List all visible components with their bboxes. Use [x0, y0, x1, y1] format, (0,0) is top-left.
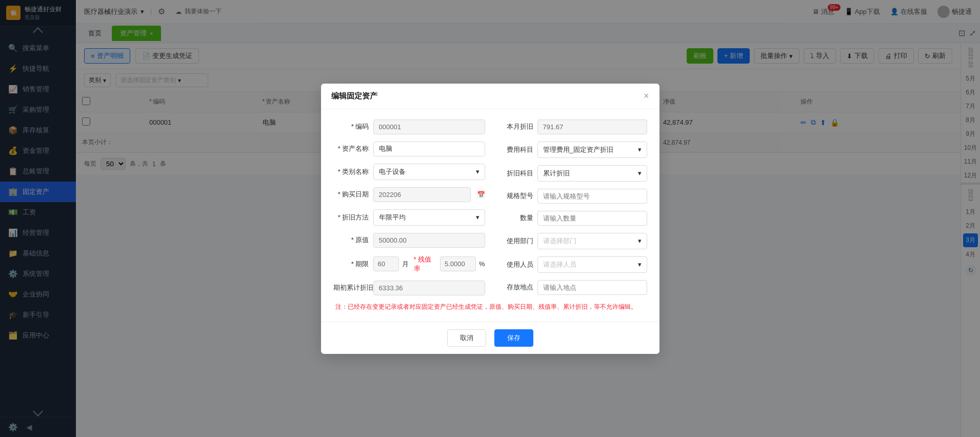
- expense-subject-chevron-icon: ▾: [638, 146, 642, 153]
- calendar-icon[interactable]: 📅: [477, 191, 485, 198]
- expense-subject-label: 费用科目: [497, 145, 533, 154]
- quantity-label: 数量: [497, 213, 533, 223]
- form-row-purchase-date: * 购买日期 📅: [333, 187, 485, 202]
- dep-subject-value: 累计折旧: [543, 169, 570, 178]
- spec-input[interactable]: [537, 189, 647, 204]
- form-col-right: 本月折旧 费用科目 管理费用_固定资产折旧 ▾ 折旧科目: [497, 120, 647, 295]
- form-row-original-value: * 原值: [333, 233, 485, 248]
- dep-subject-chevron-icon: ▾: [638, 169, 642, 177]
- dept-chevron-icon: ▾: [638, 237, 642, 245]
- modal-overlay: 编辑固定资产 × * 编码 * 资产名称: [0, 0, 980, 437]
- form-row-name: * 资产名称: [333, 142, 485, 156]
- category-label: * 类别名称: [333, 167, 369, 176]
- form-row-dep-subject: 折旧科目 累计折旧 ▾: [497, 165, 647, 182]
- residual-label: * 残值率: [414, 255, 435, 273]
- initial-dep-label: 期初累计折旧: [333, 283, 369, 292]
- code-input[interactable]: [373, 120, 485, 134]
- name-label: * 资产名称: [333, 144, 369, 153]
- monthly-dep-input: [537, 120, 647, 134]
- monthly-dep-label: 本月折旧: [497, 122, 533, 131]
- save-button[interactable]: 保存: [494, 329, 533, 347]
- form-row-location: 存放地点: [497, 280, 647, 295]
- dept-label: 使用部门: [497, 236, 533, 246]
- form-row-dep-method: * 折旧方法 年限平均 ▾: [333, 209, 485, 226]
- modal-close-btn[interactable]: ×: [644, 91, 649, 102]
- form-grid: * 编码 * 资产名称 * 类别名称 电子设备 ▾: [333, 120, 647, 295]
- expense-subject-select[interactable]: 管理费用_固定资产折旧 ▾: [537, 142, 647, 158]
- cancel-button[interactable]: 取消: [447, 329, 486, 347]
- dep-method-label: * 折旧方法: [333, 213, 369, 222]
- residual-rate-input[interactable]: [440, 256, 476, 271]
- period-unit: 月: [402, 260, 409, 269]
- purchase-date-input[interactable]: [373, 187, 471, 202]
- dept-placeholder: 请选择部门: [543, 236, 576, 246]
- dep-subject-label: 折旧科目: [497, 169, 533, 178]
- modal-body: * 编码 * 资产名称 * 类别名称 电子设备 ▾: [321, 109, 659, 322]
- modal-title: 编辑固定资产: [331, 91, 377, 101]
- original-value-input[interactable]: [373, 233, 485, 248]
- code-label: * 编码: [333, 122, 369, 131]
- modal-footer: 取消 保存: [321, 322, 659, 354]
- edit-asset-modal: 编辑固定资产 × * 编码 * 资产名称: [321, 84, 659, 354]
- category-chevron-icon: ▾: [476, 168, 479, 175]
- form-row-monthly-dep: 本月折旧: [497, 120, 647, 134]
- dep-method-select[interactable]: 年限平均 ▾: [373, 209, 485, 226]
- form-row-category: * 类别名称 电子设备 ▾: [333, 164, 485, 180]
- original-value-label: * 原值: [333, 235, 369, 245]
- form-row-period: * 期限 月 * 残值率 %: [333, 255, 485, 273]
- quantity-input[interactable]: [537, 211, 647, 226]
- category-select[interactable]: 电子设备 ▾: [373, 164, 485, 180]
- form-note: 注：已经存在变更记录或者对应固定资产已经生成凭证，原值、购买日期、残值率、累计折…: [333, 303, 647, 311]
- form-col-left: * 编码 * 资产名称 * 类别名称 电子设备 ▾: [333, 120, 485, 295]
- form-row-spec: 规格型号: [497, 189, 647, 204]
- category-value: 电子设备: [379, 167, 406, 176]
- purchase-date-label: * 购买日期: [333, 190, 369, 199]
- dep-method-value: 年限平均: [379, 213, 406, 222]
- user-placeholder: 请选择人员: [543, 260, 576, 269]
- modal-header: 编辑固定资产 ×: [321, 84, 659, 109]
- user-chevron-icon: ▾: [638, 261, 642, 268]
- name-input[interactable]: [373, 142, 485, 156]
- spec-label: 规格型号: [497, 191, 533, 201]
- form-row-quantity: 数量: [497, 211, 647, 226]
- form-row-initial-dep: 期初累计折旧: [333, 281, 485, 295]
- location-input[interactable]: [537, 280, 647, 295]
- expense-subject-value: 管理费用_固定资产折旧: [543, 145, 613, 154]
- dep-subject-select[interactable]: 累计折旧 ▾: [537, 165, 647, 182]
- dept-select[interactable]: 请选择部门 ▾: [537, 233, 647, 249]
- form-row-expense-subject: 费用科目 管理费用_固定资产折旧 ▾: [497, 142, 647, 158]
- dep-method-chevron-icon: ▾: [476, 213, 479, 221]
- residual-unit: %: [479, 260, 485, 268]
- user-select[interactable]: 请选择人员 ▾: [537, 256, 647, 273]
- form-row-user: 使用人员 请选择人员 ▾: [497, 256, 647, 273]
- form-row-code: * 编码: [333, 120, 485, 134]
- period-label: * 期限: [333, 260, 369, 269]
- user-label: 使用人员: [497, 260, 533, 269]
- period-input[interactable]: [373, 256, 399, 271]
- location-label: 存放地点: [497, 283, 533, 292]
- form-row-dept: 使用部门 请选择部门 ▾: [497, 233, 647, 249]
- period-group: 月 * 残值率 %: [373, 255, 485, 273]
- initial-dep-input[interactable]: [373, 281, 485, 295]
